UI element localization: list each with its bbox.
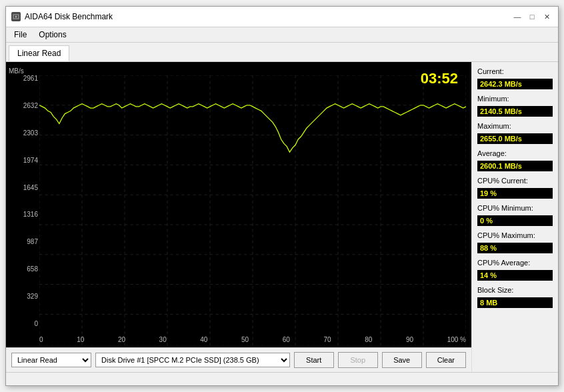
tab-linear-read[interactable]: Linear Read xyxy=(9,45,69,61)
main-content: MB/s 03:52 2961 2632 2303 1974 1645 1316… xyxy=(6,62,558,372)
y-axis-label: MB/s xyxy=(9,67,24,75)
cpu-minimum-value: 0 % xyxy=(477,215,553,226)
x-label-8: 80 xyxy=(365,336,372,343)
cpu-average-value: 14 % xyxy=(477,270,553,281)
maximum-value: 2655.0 MB/s xyxy=(477,133,553,144)
y-label-4: 1645 xyxy=(9,185,38,191)
x-label-1: 10 xyxy=(77,336,84,343)
y-label-9: 0 xyxy=(9,321,38,327)
x-axis: 0 10 20 30 40 50 60 70 80 90 100 % xyxy=(39,336,466,343)
cpu-minimum-label: CPU% Minimum: xyxy=(477,204,553,212)
window-title: AIDA64 Disk Benchmark xyxy=(25,12,113,21)
y-label-8: 329 xyxy=(9,293,38,300)
drive-select-dropdown[interactable]: Disk Drive #1 [SPCC M.2 PCIe SSD] (238.5… xyxy=(95,353,290,367)
x-label-3: 30 xyxy=(159,336,167,343)
cpu-average-label: CPU% Average: xyxy=(477,259,553,267)
cpu-current-label: CPU% Current: xyxy=(477,177,553,185)
sidebar-stats: Current: 2642.3 MB/s Minimum: 2140.5 MB/… xyxy=(471,62,558,372)
y-label-0: 2961 xyxy=(9,75,38,82)
x-label-5: 50 xyxy=(241,336,249,343)
menu-bar: File Options xyxy=(6,27,558,43)
x-label-0: 0 xyxy=(39,336,43,343)
title-bar: AIDA64 Disk Benchmark — □ ✕ xyxy=(6,7,558,27)
y-label-3: 1974 xyxy=(9,157,38,164)
svg-point-1 xyxy=(15,16,17,18)
y-axis: 2961 2632 2303 1974 1645 1316 987 658 32… xyxy=(9,75,38,327)
y-label-6: 987 xyxy=(9,239,38,245)
x-label-2: 20 xyxy=(118,336,125,343)
tab-bar: Linear Read xyxy=(6,43,558,62)
cpu-maximum-value: 88 % xyxy=(477,243,553,253)
maximize-button[interactable]: □ xyxy=(526,11,538,23)
save-button[interactable]: Save xyxy=(382,352,422,368)
cpu-current-value: 19 % xyxy=(477,188,553,199)
close-button[interactable]: ✕ xyxy=(541,11,553,23)
chart-svg xyxy=(39,75,466,345)
test-type-dropdown[interactable]: Linear Read xyxy=(11,353,91,367)
block-size-label: Block Size: xyxy=(477,286,553,294)
chart-container: MB/s 03:52 2961 2632 2303 1974 1645 1316… xyxy=(6,62,471,347)
y-label-1: 2632 xyxy=(9,103,38,109)
y-label-2: 2303 xyxy=(9,130,38,137)
status-bar xyxy=(6,372,558,385)
menu-file[interactable]: File xyxy=(9,29,32,41)
app-icon xyxy=(11,12,21,21)
main-window: AIDA64 Disk Benchmark — □ ✕ File Options… xyxy=(5,6,559,386)
x-label-10: 100 % xyxy=(447,336,466,343)
x-label-9: 90 xyxy=(406,336,413,343)
chart-area: MB/s 03:52 2961 2632 2303 1974 1645 1316… xyxy=(6,62,471,372)
clear-button[interactable]: Clear xyxy=(426,352,466,368)
maximum-label: Maximum: xyxy=(477,122,553,130)
y-label-5: 1316 xyxy=(9,211,38,218)
x-label-6: 60 xyxy=(283,336,290,343)
minimum-value: 2140.5 MB/s xyxy=(477,106,553,117)
menu-options[interactable]: Options xyxy=(33,29,71,41)
x-label-4: 40 xyxy=(200,336,207,343)
stop-button[interactable]: Stop xyxy=(338,352,378,368)
title-controls: — □ ✕ xyxy=(511,11,553,23)
average-value: 2600.1 MB/s xyxy=(477,161,553,171)
x-label-7: 70 xyxy=(323,336,331,343)
block-size-value: 8 MB xyxy=(477,297,553,308)
minimize-button[interactable]: — xyxy=(511,11,523,23)
y-label-7: 658 xyxy=(9,266,38,273)
bottom-bar: Linear Read Disk Drive #1 [SPCC M.2 PCIe… xyxy=(6,347,471,372)
current-label: Current: xyxy=(477,67,553,75)
title-bar-left: AIDA64 Disk Benchmark xyxy=(11,12,113,21)
start-button[interactable]: Start xyxy=(294,352,334,368)
average-label: Average: xyxy=(477,149,553,157)
current-value: 2642.3 MB/s xyxy=(477,79,553,89)
cpu-maximum-label: CPU% Maximum: xyxy=(477,231,553,239)
minimum-label: Minimum: xyxy=(477,95,553,103)
